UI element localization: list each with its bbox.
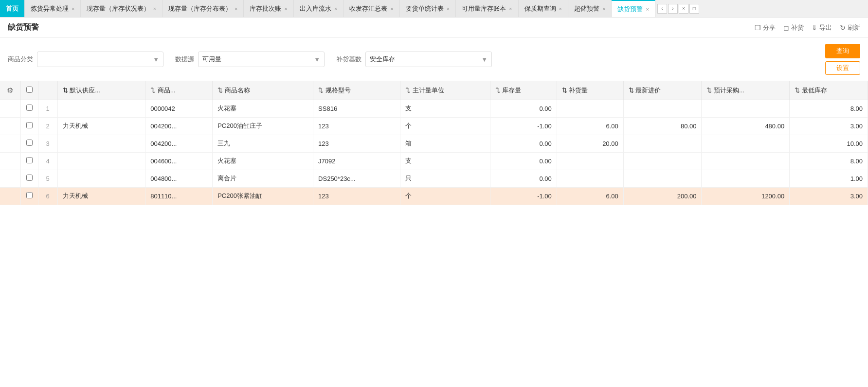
- replenish-base-select[interactable]: 安全库存 ▼: [365, 52, 492, 67]
- refresh-button[interactable]: ↻ 刷新: [840, 23, 860, 32]
- row-unit: 个: [400, 117, 490, 135]
- row-stock: -1.00: [490, 117, 557, 135]
- datasource-select[interactable]: 可用量 ▼: [198, 52, 325, 67]
- row-stock: 0.00: [490, 135, 557, 152]
- tab-close-8[interactable]: ×: [509, 6, 512, 12]
- tab-close-7[interactable]: ×: [447, 6, 450, 12]
- row-replenish: 6.00: [557, 187, 623, 205]
- row-estimated-purchase: [702, 152, 790, 170]
- tab-keyongliang[interactable]: 可用量库存账本 ×: [456, 0, 518, 17]
- col-replenish: ⇅ 补货量: [557, 81, 623, 100]
- tab-next-btn[interactable]: ›: [668, 4, 678, 14]
- col-unit-sort-icon[interactable]: ⇅: [405, 87, 411, 94]
- tab-kucunpici[interactable]: 库存批次账 ×: [244, 0, 293, 17]
- tab-maximize-btn[interactable]: □: [689, 4, 699, 14]
- tab-baozhi[interactable]: 保质期查询 ×: [519, 0, 568, 17]
- table-row: 5 004800... 离合片 DS250*23c... 只 0.00 1.00: [0, 170, 868, 187]
- settings-button[interactable]: 设置: [825, 61, 860, 75]
- tab-close-9[interactable]: ×: [559, 6, 562, 12]
- tab-quehuo[interactable]: 缺货预警 ×: [612, 0, 655, 17]
- table-row: 1 0000042 火花塞 SS816 支 0.00 8.00: [0, 100, 868, 117]
- row-checkbox-4[interactable]: [26, 175, 33, 181]
- tab-nav-controls: ‹ › × □: [655, 4, 701, 14]
- datasource-label: 数据源: [175, 55, 194, 64]
- tab-close-all-btn[interactable]: ×: [679, 4, 688, 14]
- tab-close-5[interactable]: ×: [334, 6, 337, 12]
- row-checkbox-5[interactable]: [26, 192, 33, 198]
- row-settings-cell: [0, 187, 20, 205]
- row-checkbox-2[interactable]: [26, 140, 33, 146]
- tab-home[interactable]: 首页: [0, 0, 25, 17]
- table-row: 6 力天机械 801110... PC200张紧油缸 123 个 -1.00 6…: [0, 187, 868, 205]
- col-stock: ⇅ 库存量: [490, 81, 557, 100]
- select-all-checkbox[interactable]: [26, 87, 33, 93]
- col-min-stock-sort-icon[interactable]: ⇅: [795, 87, 800, 94]
- col-estimated-purchase: ⇅ 预计采购...: [702, 81, 790, 100]
- tab-close-10[interactable]: ×: [602, 6, 605, 12]
- row-seq: 2: [38, 117, 57, 135]
- row-checkbox-cell[interactable]: [20, 100, 38, 117]
- row-checkbox-3[interactable]: [26, 157, 33, 163]
- row-stock: -1.00: [490, 187, 557, 205]
- row-seq: 6: [38, 187, 57, 205]
- row-checkbox-cell[interactable]: [20, 170, 38, 187]
- tab-yaohuo[interactable]: 要货单统计表 ×: [400, 0, 456, 17]
- row-replenish: 6.00: [557, 117, 623, 135]
- row-unit: 箱: [400, 135, 490, 152]
- row-checkbox-cell[interactable]: [20, 117, 38, 135]
- export-icon: ⇓: [812, 24, 817, 32]
- col-product-name-sort-icon[interactable]: ⇅: [217, 87, 223, 94]
- row-estimated-purchase: 1200.00: [702, 187, 790, 205]
- tab-shoufacun[interactable]: 收发存汇总表 ×: [344, 0, 399, 17]
- col-checkbox[interactable]: [20, 81, 38, 100]
- tab-close-4[interactable]: ×: [284, 6, 287, 12]
- row-checkbox-cell[interactable]: [20, 187, 38, 205]
- row-seq: 5: [38, 170, 57, 187]
- row-seq: 4: [38, 152, 57, 170]
- gear-icon[interactable]: ⚙: [7, 86, 13, 94]
- query-button[interactable]: 查询: [825, 44, 860, 58]
- export-button[interactable]: ⇓ 导出: [812, 23, 832, 32]
- col-replenish-sort-icon[interactable]: ⇅: [562, 87, 567, 94]
- tab-churu[interactable]: 出入库流水 ×: [294, 0, 344, 17]
- tab-xiancunliang1[interactable]: 现存量（库存状况表） ×: [81, 0, 162, 17]
- col-estimated-purchase-sort-icon[interactable]: ⇅: [706, 87, 712, 94]
- col-supplier-sort-icon[interactable]: ⇅: [63, 87, 68, 94]
- row-product-code: 004600...: [145, 152, 213, 170]
- tab-xiancunliang2[interactable]: 现存量（库存分布表） ×: [163, 0, 244, 17]
- row-product-name: 离合片: [213, 170, 313, 187]
- category-select[interactable]: ▼: [37, 52, 163, 67]
- replenish-base-value: 安全库存: [370, 55, 395, 64]
- col-stock-sort-icon[interactable]: ⇅: [495, 87, 501, 94]
- row-supplier: 力天机械: [57, 117, 145, 135]
- row-latest-price: [623, 100, 702, 117]
- table-row: 4 004600... 火花塞 J7092 支 0.00 8.00: [0, 152, 868, 170]
- row-settings-cell: [0, 100, 20, 117]
- datasource-arrow-icon: ▼: [314, 56, 320, 63]
- tab-close-2[interactable]: ×: [153, 6, 156, 12]
- row-spec: DS250*23c...: [313, 170, 400, 187]
- tab-close-1[interactable]: ×: [72, 6, 74, 12]
- share-button[interactable]: ❐ 分享: [755, 23, 776, 32]
- col-settings[interactable]: ⚙: [0, 81, 20, 100]
- row-estimated-purchase: [702, 100, 790, 117]
- row-checkbox-0[interactable]: [26, 105, 33, 111]
- replenish-button[interactable]: ◻ 补货: [783, 23, 804, 32]
- tab-chaochuyujing[interactable]: 超储预警 ×: [568, 0, 612, 17]
- row-estimated-purchase: [702, 135, 790, 152]
- col-latest-price-sort-icon[interactable]: ⇅: [629, 87, 634, 94]
- category-filter-group: 商品分类 ▼: [8, 52, 163, 67]
- row-checkbox-1[interactable]: [26, 122, 33, 128]
- tab-lianhuo[interactable]: 炼货异常处理 ×: [25, 0, 81, 17]
- row-supplier: 力天机械: [57, 187, 145, 205]
- col-spec-sort-icon[interactable]: ⇅: [318, 87, 324, 94]
- table-row: 3 004200... 三九 123 箱 0.00 20.00 10.00: [0, 135, 868, 152]
- tab-close-6[interactable]: ×: [390, 6, 393, 12]
- row-checkbox-cell[interactable]: [20, 135, 38, 152]
- tab-close-3[interactable]: ×: [235, 6, 237, 12]
- row-checkbox-cell[interactable]: [20, 152, 38, 170]
- col-product-code-sort-icon[interactable]: ⇅: [150, 87, 156, 94]
- row-stock: 0.00: [490, 100, 557, 117]
- tab-prev-btn[interactable]: ‹: [657, 4, 667, 14]
- tab-close-11[interactable]: ×: [646, 6, 649, 12]
